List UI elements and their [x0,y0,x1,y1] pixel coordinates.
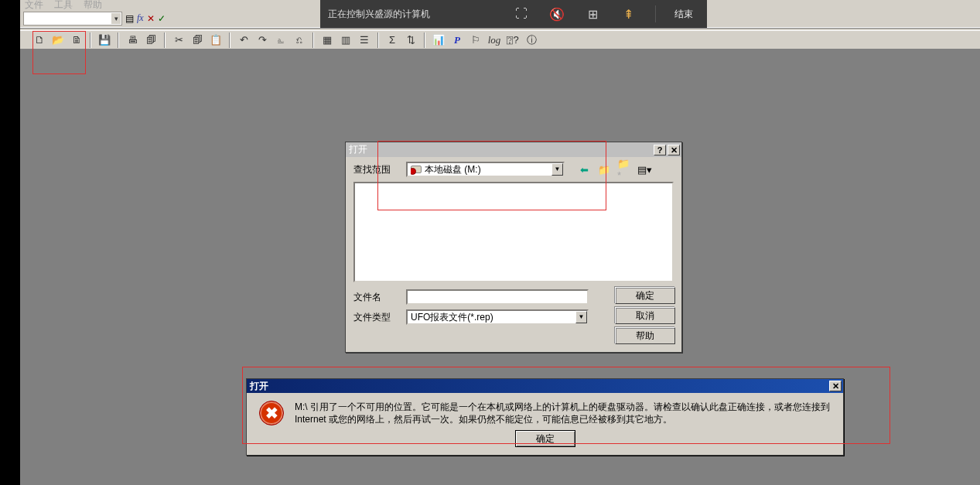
error-dialog-titlebar[interactable]: 打开 ✕ [247,379,843,393]
view-menu-icon[interactable]: ▤▾ [637,162,651,176]
back-icon[interactable]: ⬅ [577,162,591,176]
chevron-down-icon[interactable]: ▼ [551,163,563,176]
error-icon: ✖ [259,401,284,425]
chevron-down-icon[interactable]: ▼ [575,311,587,323]
copy-icon[interactable]: 🗐 [190,33,204,47]
table1-icon[interactable]: ▦ [320,33,334,47]
filename-label: 文件名 [353,291,398,304]
offscreen-left [0,0,20,485]
mini-icon-2[interactable]: fx [137,12,144,24]
mini-icon-3[interactable]: ✕ [147,13,155,24]
rc-end-button[interactable]: 结束 [674,8,693,21]
error-message-text: M:\ 引用了一个不可用的位置。它可能是一个在本机或网络上的计算机上的硬盘驱动器… [295,401,831,425]
main-toolbar: 🗋 📂 🗎 💾 🖶 🗐 ✂ 🗐 📋 ↶ ↷ ⎁ ⎌ ▦ ▥ ☰ Σ ⇅ 📊 P … [20,31,980,50]
filetype-label: 文件类型 [353,311,398,324]
combo-dropdown-icon[interactable]: ▾ [111,12,121,25]
preview-icon[interactable]: 🗐 [144,33,158,47]
undo-icon[interactable]: ↶ [237,33,251,47]
open-dialog: 打开 ? ✕ 查找范围 本地磁盘 (M:) ▼ ⬅ 📁 📁* ▤▾ 文件名 [345,142,682,353]
rc-divider [655,5,656,22]
filetype-dropdown[interactable]: UFO报表文件(*.rep) ▼ [406,309,589,325]
mini-icon-1[interactable]: ▤ [125,13,134,24]
about-icon[interactable]: ⓘ [524,33,538,47]
redo-icon[interactable]: ↷ [255,33,269,47]
cut-icon[interactable]: ✂ [172,33,186,47]
open-dialog-title: 打开 [349,143,367,156]
sep-icon [164,32,166,48]
open-help-button[interactable]: 帮助 [615,327,675,344]
sep-icon [90,32,91,48]
window-plus-icon[interactable]: ⊞ [584,5,601,22]
open-dialog-help-button[interactable]: ? [654,145,666,155]
lookin-label: 查找范围 [353,163,398,176]
new-icon[interactable]: 🗋 [32,33,46,47]
mini-icon-4[interactable]: ✓ [158,13,166,24]
sep-icon [424,32,425,48]
mute-icon[interactable]: 🔇 [548,5,565,22]
whatsthis-icon[interactable]: ⍰? [506,33,520,47]
page-icon[interactable]: 🗎 [70,33,84,47]
error-dialog: 打开 ✕ ✖ M:\ 引用了一个不可用的位置。它可能是一个在本机或网络上的计算机… [246,378,844,456]
table2-icon[interactable]: ▥ [339,33,353,47]
sort-icon[interactable]: ⇅ [404,33,418,47]
error-ok-button[interactable]: 确定 [515,430,575,447]
error-dialog-close-button[interactable]: ✕ [829,381,842,391]
tool-u2-icon[interactable]: ⎌ [292,33,306,47]
new-folder-icon[interactable]: 📁* [617,162,631,176]
open-ok-button[interactable]: 确定 [615,287,675,304]
save-icon[interactable]: 💾 [97,33,111,47]
chart-icon[interactable]: 📊 [432,33,446,47]
sep-icon [229,32,230,48]
drive-icon [411,166,422,173]
filename-input[interactable] [406,289,589,305]
log-icon[interactable]: log [487,33,501,47]
open-dialog-titlebar[interactable]: 打开 ? ✕ [346,142,681,157]
sep-icon [377,32,379,48]
table3-icon[interactable]: ☰ [357,33,371,47]
flag-icon[interactable]: ⚐ [469,33,483,47]
open-icon[interactable]: 📂 [51,33,65,47]
print-icon[interactable]: 🖶 [125,33,139,47]
sep-icon [312,32,314,48]
paste-icon[interactable]: 📋 [209,33,223,47]
error-dialog-title: 打开 [250,380,268,393]
filetype-value: UFO报表文件(*.rep) [411,311,575,324]
pin-icon[interactable]: ⇞ [620,5,637,22]
open-cancel-button[interactable]: 取消 [615,307,675,324]
remote-status-text: 正在控制兴盛源的计算机 [328,8,494,21]
cell-reference-combo[interactable]: ▾ [23,12,122,26]
sum-icon[interactable]: Σ [385,33,399,47]
file-list-area[interactable] [353,182,674,282]
open-lookin-row: 查找范围 本地磁盘 (M:) ▼ ⬅ 📁 📁* ▤▾ [346,157,681,180]
lookin-value: 本地磁盘 (M:) [425,163,481,176]
sep-icon [118,32,119,48]
open-dialog-close-button[interactable]: ✕ [668,145,680,155]
up-folder-icon[interactable]: 📁 [597,162,611,176]
tool-u1-icon[interactable]: ⎁ [274,33,288,47]
p-icon[interactable]: P [450,33,464,47]
lookin-dropdown[interactable]: 本地磁盘 (M:) ▼ [406,162,565,177]
remote-control-bar: 正在控制兴盛源的计算机 ⛶ 🔇 ⊞ ⇞ 结束 [320,0,707,28]
fullscreen-icon[interactable]: ⛶ [513,5,530,22]
